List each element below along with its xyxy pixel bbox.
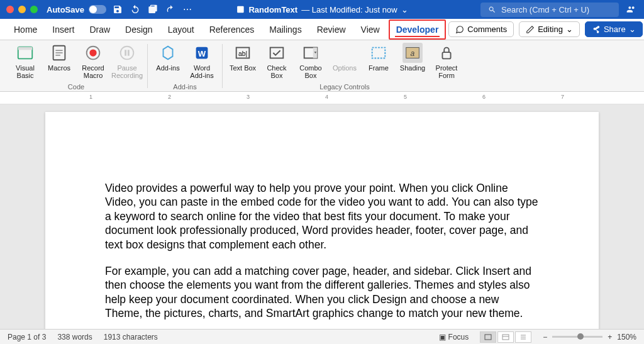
outline-view-button[interactable]	[515, 331, 531, 343]
more-qat-icon[interactable]: ⋯	[183, 4, 192, 14]
tab-insert[interactable]: Insert	[46, 21, 80, 38]
close-window-button[interactable]	[6, 6, 14, 13]
macros-button[interactable]: Macros	[44, 43, 74, 72]
document-paragraph[interactable]: Video provides a powerful way to help yo…	[105, 181, 539, 252]
ribbon: Visual Basic Macros Record Macro Pause R…	[0, 40, 644, 92]
status-words[interactable]: 338 words	[57, 333, 92, 341]
word-addins-icon: W	[192, 43, 211, 62]
status-bar: Page 1 of 3 338 words 1913 characters ▣ …	[0, 329, 644, 344]
frame-button[interactable]: Frame	[364, 43, 394, 72]
svg-text:ab|: ab|	[238, 50, 247, 57]
svg-point-5	[89, 49, 96, 56]
redo-icon[interactable]	[165, 4, 175, 14]
status-chars[interactable]: 1913 characters	[104, 333, 158, 341]
comment-icon	[455, 25, 464, 34]
group-label-code: Code	[68, 83, 84, 91]
document-paragraph[interactable]: For example, you can add a matching cove…	[105, 264, 539, 321]
protect-form-button[interactable]: Protect Form	[431, 43, 462, 79]
share-button[interactable]: Share ⌄	[585, 21, 643, 37]
svg-rect-2	[18, 47, 33, 50]
svg-rect-13	[270, 48, 284, 58]
svg-point-6	[121, 47, 134, 60]
check-box-button[interactable]: Check Box	[262, 43, 292, 79]
horizontal-ruler[interactable]: 1 2 3 4 5 6 7	[0, 92, 644, 104]
tab-mailings[interactable]: Mailings	[263, 21, 308, 38]
focus-mode-button[interactable]: ▣ Focus	[439, 333, 469, 341]
file-name: RandomText	[248, 5, 297, 14]
share-people-icon[interactable]	[626, 4, 636, 14]
zoom-slider[interactable]	[552, 336, 602, 338]
svg-rect-19	[442, 52, 450, 58]
zoom-control: − + 150%	[543, 333, 636, 341]
modified-label: — Last Modified: Just now	[301, 5, 397, 14]
search-icon	[488, 6, 496, 14]
zoom-in-button[interactable]: +	[608, 333, 612, 341]
svg-text:a: a	[411, 49, 415, 58]
ribbon-group-addins: Add-ins WWord Add-ins Add-ins	[148, 43, 222, 92]
tab-layout[interactable]: Layout	[162, 21, 201, 38]
macros-icon	[50, 43, 69, 62]
check-box-icon	[267, 43, 286, 62]
svg-rect-7	[125, 50, 126, 55]
status-page[interactable]: Page 1 of 3	[8, 333, 46, 341]
editing-mode-button[interactable]: Editing ⌄	[519, 21, 580, 37]
search-input[interactable]: Search (Cmd + Ctrl + U)	[480, 3, 619, 17]
tab-design[interactable]: Design	[119, 21, 159, 38]
text-box-icon: ab|	[233, 43, 252, 62]
undo-icon[interactable]	[130, 4, 140, 14]
svg-rect-0	[237, 6, 244, 13]
tab-draw[interactable]: Draw	[83, 21, 116, 38]
record-icon	[84, 43, 103, 62]
pause-icon	[118, 43, 136, 62]
record-macro-button[interactable]: Record Macro	[78, 43, 108, 79]
ribbon-group-code: Visual Basic Macros Record Macro Pause R…	[5, 43, 147, 92]
view-mode-buttons	[480, 331, 531, 343]
group-label-addins: Add-ins	[173, 83, 196, 91]
web-layout-view-button[interactable]	[497, 331, 514, 343]
tab-view[interactable]: View	[355, 21, 386, 38]
clipboard-icon[interactable]	[148, 4, 158, 14]
svg-rect-8	[128, 50, 130, 55]
title-bar: AutoSave ⋯ RandomText — Last Modified: J…	[0, 0, 644, 19]
shading-button[interactable]: aShading	[397, 43, 428, 72]
pause-recording-button: Pause Recording	[112, 43, 142, 79]
options-button: Options	[330, 43, 360, 72]
addins-icon	[158, 43, 177, 62]
print-layout-view-button[interactable]	[480, 331, 496, 343]
visual-basic-button[interactable]: Visual Basic	[10, 43, 40, 79]
comments-button[interactable]: Comments	[448, 21, 514, 37]
lock-icon	[437, 43, 456, 62]
document-title[interactable]: RandomText — Last Modified: Just now ⌄	[236, 5, 408, 14]
text-box-button[interactable]: ab|Text Box	[228, 43, 258, 72]
group-label-legacy: Legacy Controls	[319, 83, 370, 91]
add-ins-button[interactable]: Add-ins	[153, 43, 183, 72]
window-controls	[6, 6, 38, 13]
word-doc-icon	[236, 5, 245, 14]
word-add-ins-button[interactable]: WWord Add-ins	[187, 43, 217, 79]
zoom-level[interactable]: 150%	[617, 333, 636, 341]
tab-review[interactable]: Review	[311, 21, 352, 38]
combo-box-icon	[301, 43, 320, 62]
svg-rect-21	[502, 335, 509, 340]
autosave-control[interactable]: AutoSave	[47, 5, 106, 14]
document-viewport[interactable]: Video provides a powerful way to help yo…	[0, 104, 644, 329]
visual-basic-icon	[16, 43, 35, 62]
chevron-down-icon: ⌄	[629, 25, 636, 34]
chevron-down-icon: ⌄	[401, 5, 408, 14]
autosave-toggle[interactable]	[89, 5, 106, 14]
frame-icon	[369, 43, 388, 62]
combo-box-button[interactable]: Combo Box	[296, 43, 326, 79]
tab-home[interactable]: Home	[8, 21, 43, 38]
ribbon-group-legacy: ab|Text Box Check Box Combo Box Options …	[223, 43, 467, 92]
document-page[interactable]: Video provides a powerful way to help yo…	[45, 112, 599, 329]
save-icon[interactable]	[113, 4, 123, 14]
zoom-out-button[interactable]: −	[543, 333, 547, 341]
svg-rect-20	[485, 335, 491, 340]
tab-references[interactable]: References	[203, 21, 261, 38]
shading-icon: a	[403, 43, 422, 62]
share-icon	[592, 25, 601, 34]
search-placeholder: Search (Cmd + Ctrl + U)	[501, 5, 589, 14]
maximize-window-button[interactable]	[30, 6, 38, 13]
tab-developer[interactable]: Developer	[389, 19, 447, 40]
minimize-window-button[interactable]	[18, 6, 26, 13]
